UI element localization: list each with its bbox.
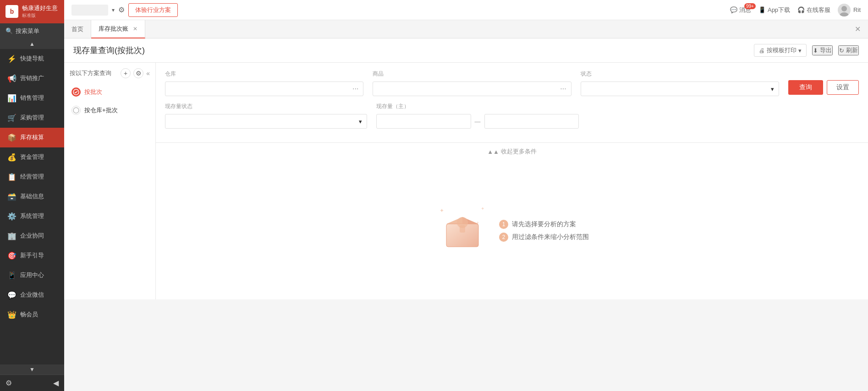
scheme-item-by-warehouse-batch[interactable]: 按仓库+批次 xyxy=(64,101,155,119)
scheme-batch-label: 按批次 xyxy=(84,88,102,96)
wechat-icon: 💬 xyxy=(7,291,16,299)
scheme-item-by-batch[interactable]: 按批次 xyxy=(64,83,155,101)
filter-stock-status-group: 现存量状态 ▾ xyxy=(165,103,367,129)
breadcrumb xyxy=(71,5,108,16)
mobile-icon: 📱 xyxy=(758,6,766,13)
filter-status-group: 状态 ▾ xyxy=(581,70,779,96)
sidebar-item-newbie[interactable]: 🎯 新手引导 xyxy=(0,246,64,266)
sidebar-item-purchase[interactable]: 🛒 采购管理 xyxy=(0,108,64,128)
basic-icon: 🗃️ xyxy=(7,192,16,201)
sidebar-item-marketing[interactable]: 📢 营销推广 xyxy=(0,69,64,88)
empty-state: ✦ ✦ ✦ 1 请先选择要分析的方案 xyxy=(156,162,868,299)
tab-inventory-batch[interactable]: 库存批次账 ✕ xyxy=(91,20,145,38)
empty-content: ✦ ✦ ✦ 1 请先选择要分析的方案 xyxy=(435,199,589,263)
print-btn[interactable]: 🖨 按模板打印 ▾ xyxy=(754,44,807,57)
home-tab-label: 首页 xyxy=(71,25,83,33)
query-btn[interactable]: 查询 xyxy=(788,80,823,95)
message-icon: 💬 xyxy=(730,6,737,13)
empty-illustration: ✦ ✦ ✦ xyxy=(435,199,490,254)
settings-btn[interactable]: 设置 xyxy=(827,80,859,95)
app-download-btn[interactable]: 📱 App下载 xyxy=(758,6,790,14)
tip-text-1: 请先选择要分析的方案 xyxy=(512,220,576,228)
refresh-btn[interactable]: ↻ 刷新 xyxy=(838,45,859,55)
breadcrumb-dropdown-icon[interactable]: ▾ xyxy=(112,7,115,13)
enterprise-icon: 🏢 xyxy=(7,232,16,240)
warehouse-dots-icon[interactable]: ··· xyxy=(352,85,358,93)
purchase-label: 采购管理 xyxy=(20,114,44,122)
stock-status-select[interactable]: ▾ xyxy=(165,114,367,129)
stock-status-label: 现存量状态 xyxy=(165,103,367,110)
status-select[interactable]: ▾ xyxy=(581,81,779,96)
empty-tips: 1 请先选择要分析的方案 2 用过滤条件来缩小分析范围 xyxy=(499,220,589,242)
sidebar-item-sales[interactable]: 📊 销售管理 xyxy=(0,88,64,108)
scheme-settings-btn[interactable]: ⚙ xyxy=(133,68,143,78)
product-input[interactable]: ··· xyxy=(373,81,571,96)
user-menu[interactable]: Rit xyxy=(838,4,861,16)
sidebar-item-wechat[interactable]: 💬 企业微信 xyxy=(0,285,64,305)
messages-btn[interactable]: 💬 消息 99+ xyxy=(730,6,751,14)
tab-close-icon[interactable]: ✕ xyxy=(133,26,137,32)
sidebar-item-system[interactable]: ⚙️ 系统管理 xyxy=(0,206,64,226)
tip-number-2: 2 xyxy=(499,233,508,242)
quick-nav-label: 快捷导航 xyxy=(20,54,44,63)
footer-collapse-icon[interactable]: ◀ xyxy=(53,379,59,387)
warehouse-input[interactable]: ··· xyxy=(165,81,363,96)
sidebar-item-finance[interactable]: 💰 资金管理 xyxy=(0,147,64,167)
tab-home[interactable]: 首页 xyxy=(64,20,91,38)
add-scheme-icon: + xyxy=(124,70,127,77)
search-menu[interactable]: 🔍 搜索菜单 xyxy=(0,23,64,39)
sidebar-item-enterprise[interactable]: 🏢 企业协同 xyxy=(0,226,64,246)
filter-collapse-btn[interactable]: ▲▲ 收起更多条件 xyxy=(156,142,868,160)
filter-panel: 仓库 ··· 商品 ··· xyxy=(156,63,868,142)
sidebar-scroll-up[interactable]: ▲ xyxy=(0,39,64,49)
filter-stock-qty-group: 现存量（主） — xyxy=(376,103,578,129)
tip-number-1: 1 xyxy=(499,220,508,229)
page-header: 现存量查询(按批次) 🖨 按模板打印 ▾ ⬇ 导出 ↻ 刷新 xyxy=(64,38,868,63)
experience-industry-btn[interactable]: 体验行业方案 xyxy=(128,3,178,17)
footer-settings-icon[interactable]: ⚙ xyxy=(5,379,12,387)
sidebar-item-app-center[interactable]: 📱 应用中心 xyxy=(0,266,64,285)
export-btn[interactable]: ⬇ 导出 xyxy=(812,45,833,55)
scheme-header-title: 按以下方案查询 xyxy=(70,69,111,77)
warehouse-label: 仓库 xyxy=(165,70,363,78)
sidebar-nav: ⚡ 快捷导航 📢 营销推广 📊 销售管理 🛒 采购管理 📦 库存核算 💰 资金管… xyxy=(0,49,64,364)
range-separator: — xyxy=(475,118,481,125)
topbar-settings-icon[interactable]: ⚙ xyxy=(118,5,125,14)
sidebar-item-vip[interactable]: 👑 畅会员 xyxy=(0,305,64,325)
export-icon: ⬇ xyxy=(813,47,818,54)
batch-scheme-icon xyxy=(71,87,81,97)
online-service-btn[interactable]: 🎧 在线客服 xyxy=(797,6,830,14)
product-dots-icon[interactable]: ··· xyxy=(560,85,566,93)
stock-qty-max-input[interactable] xyxy=(484,114,579,129)
scheme-collapse-btn[interactable]: « xyxy=(146,70,150,77)
scheme-warehouse-batch-label: 按仓库+批次 xyxy=(84,106,118,114)
filter-actions: 查询 设置 xyxy=(788,80,859,95)
tab-panel-close-icon[interactable]: ✕ xyxy=(847,25,868,33)
filter-product-group: 商品 ··· xyxy=(373,70,571,96)
sidebar-item-quick-nav[interactable]: ⚡ 快捷导航 xyxy=(0,49,64,69)
marketing-label: 营销推广 xyxy=(20,74,44,82)
sales-icon: 📊 xyxy=(7,94,16,103)
avatar xyxy=(838,4,851,16)
scheme-add-btn[interactable]: + xyxy=(121,68,131,78)
svg-point-3 xyxy=(73,108,79,113)
topbar: ▾ ⚙ 体验行业方案 💬 消息 99+ 📱 App下载 🎧 在线客服 xyxy=(64,0,868,20)
sidebar-scroll-down[interactable]: ▼ xyxy=(0,364,64,375)
sidebar-item-inventory[interactable]: 📦 库存核算 xyxy=(0,128,64,147)
app-title: 畅康通好生意 xyxy=(22,5,58,12)
svg-point-0 xyxy=(841,6,847,11)
inventory-label: 库存核算 xyxy=(20,133,44,141)
filter-warehouse-group: 仓库 ··· xyxy=(165,70,363,96)
newbie-label: 新手引导 xyxy=(20,251,44,260)
inventory-batch-tab-label: 库存批次账 xyxy=(99,25,128,33)
stock-qty-min-input[interactable] xyxy=(376,114,471,129)
app-center-icon: 📱 xyxy=(7,271,16,280)
svg-text:✦: ✦ xyxy=(439,207,444,214)
sidebar-item-operation[interactable]: 📋 经营管理 xyxy=(0,167,64,187)
stock-qty-range: — xyxy=(376,114,578,129)
sidebar-item-basic[interactable]: 🗃️ 基础信息 xyxy=(0,187,64,206)
empty-tip-2: 2 用过滤条件来缩小分析范围 xyxy=(499,233,589,242)
scheme-header: 按以下方案查询 + ⚙ « xyxy=(64,68,155,83)
quick-nav-icon: ⚡ xyxy=(7,54,16,63)
collapse-label: 收起更多条件 xyxy=(501,147,537,156)
